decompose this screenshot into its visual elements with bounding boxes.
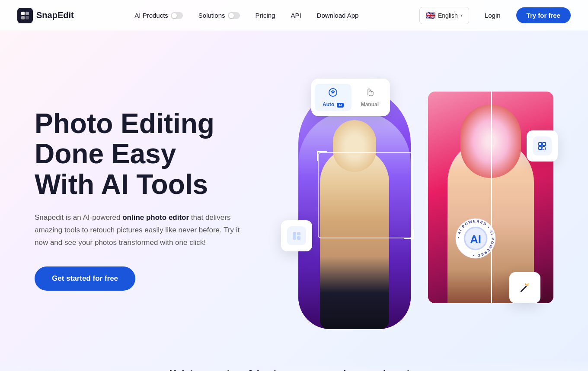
svg-rect-11 — [297, 232, 300, 235]
ai-products-toggle[interactable] — [171, 12, 183, 19]
auto-icon — [328, 87, 338, 100]
hero-description: Snapedit is an AI-powered online photo e… — [35, 212, 242, 249]
nav-solutions-label: Solutions — [198, 12, 225, 19]
auto-label: Auto AI — [323, 101, 344, 108]
nav-right: 🇬🇧 English ▾ Login Try for free — [419, 7, 571, 24]
svg-rect-9 — [543, 146, 546, 149]
hero-title: Photo Editing Done Easy With AI Tools — [35, 108, 242, 200]
navbar: SnapEdit AI Products Solutions Pricing A… — [0, 0, 588, 31]
expand-card — [527, 130, 558, 162]
try-for-free-button[interactable]: Try for free — [516, 7, 571, 23]
svg-rect-8 — [539, 146, 542, 149]
magic-wand-icon — [515, 278, 534, 297]
svg-rect-1 — [26, 12, 29, 15]
svg-point-5 — [332, 92, 334, 94]
flag-icon: 🇬🇧 — [426, 11, 435, 20]
chevron-down-icon: ▾ — [460, 13, 463, 18]
login-button[interactable]: Login — [476, 8, 509, 22]
nav-api-label: API — [291, 12, 301, 19]
nav-link-solutions[interactable]: Solutions — [192, 8, 247, 22]
photo-secondary-image — [428, 92, 553, 303]
nav-link-download[interactable]: Download App — [310, 8, 366, 22]
nav-download-label: Download App — [317, 12, 359, 19]
layout-card — [281, 220, 312, 251]
nav-link-api[interactable]: API — [284, 8, 308, 22]
bottom-teaser: Helping creators & businesses everywhere… — [0, 359, 588, 371]
language-selector[interactable]: 🇬🇧 English ▾ — [419, 7, 469, 24]
svg-text:AI: AI — [470, 233, 481, 245]
nav-links: AI Products Solutions Pricing API Downlo… — [128, 8, 365, 22]
logo-icon — [17, 8, 33, 23]
manual-icon — [364, 87, 375, 100]
get-started-button[interactable]: Get started for free — [35, 266, 135, 291]
photo-divider — [491, 92, 492, 303]
manual-mode-button[interactable]: Manual — [353, 84, 387, 111]
focus-frame — [318, 152, 413, 238]
svg-rect-12 — [297, 236, 300, 240]
auto-manual-card: Auto AI Manual — [311, 79, 390, 116]
layout-icon — [287, 226, 306, 245]
hero-visual: Auto AI Manual — [277, 70, 553, 329]
nav-ai-products-label: AI Products — [134, 12, 168, 19]
logo[interactable]: SnapEdit — [17, 8, 74, 23]
svg-rect-3 — [26, 16, 29, 19]
bottom-teaser-text: Helping creators & businesses everywhere… — [9, 368, 579, 371]
svg-rect-2 — [21, 16, 25, 19]
svg-rect-0 — [21, 12, 25, 15]
nav-pricing-label: Pricing — [256, 12, 275, 19]
svg-rect-6 — [539, 143, 542, 146]
solutions-toggle[interactable] — [228, 12, 240, 19]
language-label: English — [438, 12, 458, 19]
nav-link-ai-products[interactable]: AI Products — [128, 8, 190, 22]
manual-label: Manual — [361, 101, 379, 108]
ai-powered-circle: • AI POWERED • AI POWERED • AI — [454, 217, 497, 260]
svg-rect-7 — [543, 143, 546, 146]
expand-icon — [533, 136, 552, 155]
nav-link-pricing[interactable]: Pricing — [249, 8, 282, 22]
hero-content: Photo Editing Done Easy With AI Tools Sn… — [35, 108, 242, 291]
ai-powered-center-icon: AI — [463, 225, 489, 251]
magic-wand-card — [509, 272, 540, 303]
logo-text: SnapEdit — [36, 10, 74, 20]
auto-mode-button[interactable]: Auto AI — [315, 84, 352, 111]
photo-secondary-pinkhair — [428, 92, 553, 303]
hero-section: Photo Editing Done Easy With AI Tools Sn… — [0, 31, 588, 359]
svg-rect-10 — [293, 232, 296, 240]
ai-powered-badge: • AI POWERED • AI POWERED • AI — [454, 217, 497, 260]
